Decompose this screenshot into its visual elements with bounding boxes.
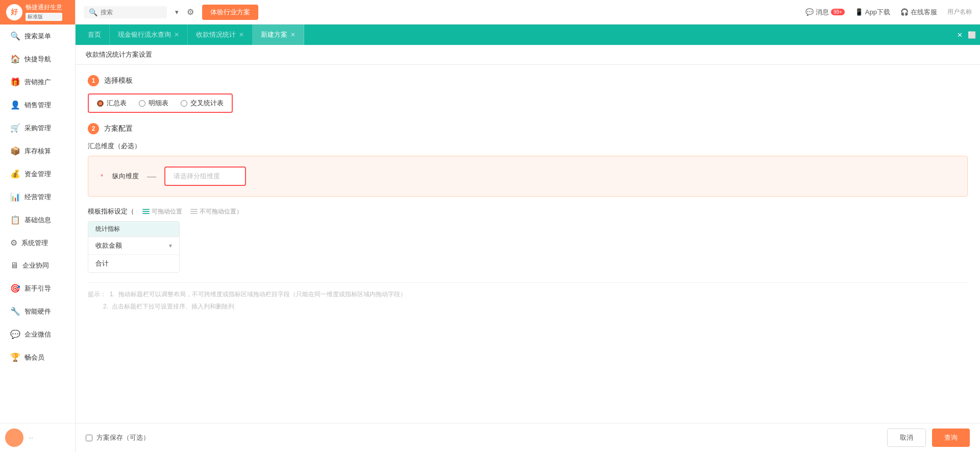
clipboard-icon: 📋	[10, 215, 20, 225]
message-icon: 💬	[805, 8, 814, 16]
required-mark: *	[101, 173, 103, 180]
sidebar-item-sales[interactable]: 👤 销售管理	[0, 93, 75, 116]
save-checkbox[interactable]	[86, 435, 92, 441]
search-icon: 🔍	[10, 31, 20, 41]
tab-receipt-stats-close-icon[interactable]: ✕	[239, 31, 244, 38]
sidebar-item-basic-info[interactable]: 📋 基础信息	[0, 208, 75, 231]
industry-button[interactable]: 体验行业方案	[202, 5, 258, 20]
app-download-button[interactable]: 📱 App下载	[855, 8, 890, 17]
dimension-area: * 纵向维度 — 请选择分组维度	[88, 156, 968, 197]
trophy-icon: 🏆	[10, 352, 20, 362]
page-title: 收款情况统计方案设置	[86, 51, 152, 58]
dropdown-icon[interactable]: ▾	[169, 242, 172, 249]
metrics-table: 统计指标 收款金额 ▾ 合计	[88, 221, 180, 273]
support-button[interactable]: 🎧 在线客服	[900, 8, 937, 17]
radio-cross[interactable]: 交叉统计表	[181, 99, 224, 108]
sidebar-item-marketing[interactable]: 🎁 营销推广	[0, 70, 75, 93]
sidebar-item-search-menu[interactable]: 🔍 搜索菜单	[0, 25, 75, 47]
sidebar-item-member[interactable]: 🏆 畅会员	[0, 346, 75, 369]
user-profile[interactable]: 用户名称	[947, 8, 972, 16]
tab-bank-close-icon[interactable]: ✕	[174, 31, 179, 38]
header-search-box[interactable]: 🔍	[84, 6, 167, 18]
dropdown-arrow-icon[interactable]: ▾	[175, 8, 179, 16]
tab-bank[interactable]: 现金银行流水查询 ✕	[110, 25, 188, 45]
sidebar-item-label: 经营管理	[24, 193, 51, 202]
search-input[interactable]	[101, 9, 162, 16]
avatar	[5, 429, 23, 447]
sidebar-item-wechat[interactable]: 💬 企业微信	[0, 323, 75, 346]
step2-label: 方案配置	[104, 124, 133, 133]
radio-detail-input[interactable]	[139, 100, 145, 107]
radio-detail-label: 明细表	[149, 99, 168, 108]
metrics-setting-header: 模板指标设定（ 可拖动位置	[88, 207, 968, 216]
tab-receipt-stats[interactable]: 收款情况统计 ✕	[188, 25, 253, 45]
sidebar-item-label: 快捷导航	[24, 55, 51, 64]
sidebar-item-purchase[interactable]: 🛒 采购管理	[0, 116, 75, 139]
footer-right: 取消 查询	[887, 429, 970, 447]
download-icon: 📱	[855, 8, 863, 16]
sidebar-item-enterprise[interactable]: 🖥 企业协同	[0, 254, 75, 277]
radio-summary[interactable]: 汇总表	[97, 99, 127, 108]
main-area: 🔍 ▾ ⚙ 体验行业方案 💬 消息 99+ 📱 App下载 🎧 在线客服 用户名…	[76, 0, 980, 452]
tab-bank-label: 现金银行流水查询	[118, 30, 171, 39]
sidebar-item-operations[interactable]: 📊 经营管理	[0, 185, 75, 208]
cancel-button[interactable]: 取消	[887, 429, 926, 447]
sidebar-item-system[interactable]: ⚙ 系统管理	[0, 231, 75, 254]
tab-new-plan[interactable]: 新建方案 ✕	[253, 25, 304, 45]
sidebar-item-inventory[interactable]: 📦 库存核算	[0, 139, 75, 162]
hardware-icon: 🔧	[10, 306, 20, 316]
row-label-amount: 收款金额	[95, 241, 122, 250]
sidebar-item-label: 销售管理	[24, 101, 51, 110]
sidebar: 好 畅捷通好生意 标准版 🔍 搜索菜单 🏠 快捷导航 🎁 营销推广 👤 销售管理…	[0, 0, 76, 452]
metrics-title: 模板指标设定（	[88, 207, 134, 216]
step2-section: 2 方案配置 汇总维度（必选） * 纵向维度 — 请选择分组维度	[88, 123, 968, 318]
support-label: 在线客服	[911, 8, 937, 17]
radio-cross-input[interactable]	[181, 100, 187, 107]
target-icon: 🎯	[10, 283, 20, 293]
metrics-section: 模板指标设定（ 可拖动位置	[88, 207, 968, 274]
cart-icon: 🛒	[10, 123, 20, 133]
sidebar-user: ···	[29, 429, 33, 447]
sidebar-item-guide[interactable]: 🎯 新手引导	[0, 277, 75, 300]
sidebar-item-finance[interactable]: 💰 资金管理	[0, 162, 75, 185]
content-area: 收款情况统计方案设置 1 选择模板 汇总表 明细表	[76, 45, 980, 452]
hint-line-1: 提示： 1. 拖动标题栏可以调整布局，不可跨维度或指标区域拖动栏目字段（只能在同…	[88, 288, 968, 300]
gift-icon: 🎁	[10, 77, 20, 87]
sidebar-item-label: 营销推广	[24, 78, 51, 87]
page-title-bar: 收款情况统计方案设置	[76, 45, 980, 65]
tab-receipt-stats-label: 收款情况统计	[196, 30, 236, 39]
hint-content-1: 拖动标题栏可以调整布局，不可跨维度或指标区域拖动栏目字段（只能在同一维度或指标区…	[118, 291, 406, 298]
step1-section: 1 选择模板 汇总表 明细表 交叉统计表	[88, 75, 968, 113]
table-row: 收款金额 ▾	[88, 237, 179, 255]
sidebar-item-label: 智能硬件	[24, 307, 51, 316]
sidebar-logo: 好 畅捷通好生意 标准版	[0, 0, 75, 25]
query-button[interactable]: 查询	[932, 429, 970, 447]
close-window-icon[interactable]: ✕	[957, 31, 963, 39]
dimension-section-title: 汇总维度（必选）	[88, 141, 968, 151]
sidebar-item-label: 库存核算	[24, 147, 51, 156]
message-button[interactable]: 💬 消息 99+	[805, 8, 845, 17]
gear-settings-icon[interactable]: ⚙	[187, 7, 194, 17]
save-label: 方案保存（可选）	[96, 433, 150, 442]
radio-summary-input[interactable]	[97, 100, 104, 107]
non-draggable-label: 不可拖动位置）	[200, 207, 242, 216]
radio-summary-label: 汇总表	[107, 99, 127, 108]
tabs-window-controls: ✕ ⬜	[957, 31, 976, 39]
draggable-indicator: 可拖动位置	[142, 207, 182, 216]
box-icon: 📦	[10, 146, 20, 156]
header-right: 💬 消息 99+ 📱 App下载 🎧 在线客服 用户名称	[805, 8, 972, 17]
tab-home[interactable]: 首页	[80, 25, 110, 45]
drag-handle-grey-icon	[190, 209, 198, 214]
tab-new-plan-close-icon[interactable]: ✕	[290, 31, 296, 38]
gear-icon: ⚙	[10, 238, 17, 248]
sidebar-item-quick-nav[interactable]: 🏠 快捷导航	[0, 47, 75, 70]
sidebar-item-hardware[interactable]: 🔧 智能硬件	[0, 300, 75, 323]
hint-content-2: 点击标题栏下拉可设置排序、插入列和删除列	[112, 303, 234, 310]
dimension-row-label: 纵向维度	[112, 172, 139, 181]
dimension-select[interactable]: 请选择分组维度	[164, 166, 246, 186]
logo-badge: 标准版	[26, 13, 62, 21]
draggable-label: 可拖动位置	[152, 207, 182, 216]
table-row: 合计	[88, 255, 179, 272]
radio-detail[interactable]: 明细表	[139, 99, 168, 108]
maximize-window-icon[interactable]: ⬜	[968, 31, 976, 39]
